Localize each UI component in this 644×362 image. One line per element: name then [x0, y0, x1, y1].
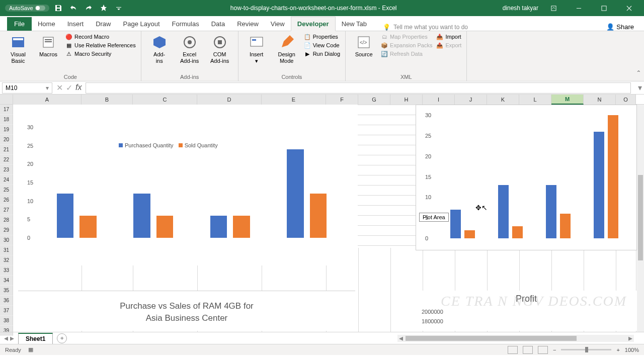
tab-insert[interactable]: Insert: [61, 17, 90, 31]
col-header-O[interactable]: O: [616, 95, 636, 105]
chart-purchase-sales[interactable]: Purchased Quantity Sold Quantity 0510152…: [18, 122, 355, 265]
zoom-level[interactable]: 100%: [625, 347, 639, 353]
zoom-slider[interactable]: [561, 349, 611, 350]
zoom-out-icon[interactable]: −: [553, 347, 556, 353]
name-box[interactable]: M10▾: [2, 82, 52, 94]
select-all-corner[interactable]: [0, 95, 13, 104]
col-header-M[interactable]: M: [551, 95, 584, 105]
save-icon[interactable]: [52, 2, 64, 14]
close-icon[interactable]: [619, 0, 639, 16]
undo-icon[interactable]: [67, 2, 79, 14]
chart-right-bars[interactable]: Plot Area ✥↖ 051015202530: [416, 105, 637, 250]
com-addins-button[interactable]: COM Add-ins: [207, 33, 233, 65]
tab-page-layout[interactable]: Page Layout: [117, 17, 166, 31]
col-header-F[interactable]: F: [326, 95, 358, 105]
row-header-24[interactable]: 24: [0, 175, 13, 185]
col-header-G[interactable]: G: [358, 95, 390, 105]
row-header-37[interactable]: 37: [0, 306, 13, 316]
col-header-A[interactable]: A: [13, 95, 82, 105]
row-header-27[interactable]: 27: [0, 205, 13, 215]
tab-review[interactable]: Review: [231, 17, 265, 31]
col-header-K[interactable]: K: [487, 95, 519, 105]
view-code-button[interactable]: 📄View Code: [304, 42, 340, 49]
row-header-23[interactable]: 23: [0, 165, 13, 175]
chevron-down-icon[interactable]: ▾: [46, 84, 49, 92]
row-header-34[interactable]: 34: [0, 276, 13, 286]
tab-home[interactable]: Home: [32, 17, 61, 31]
tab-data[interactable]: Data: [205, 17, 231, 31]
col-header-N[interactable]: N: [584, 95, 616, 105]
tab-file[interactable]: File: [7, 17, 32, 31]
row-header-36[interactable]: 36: [0, 296, 13, 306]
properties-button[interactable]: 📋Properties: [304, 33, 340, 40]
excel-addins-button[interactable]: Excel Add-ins: [177, 33, 203, 65]
expansion-packs-button[interactable]: 📦Expansion Packs: [381, 42, 432, 49]
fx-icon[interactable]: fx: [75, 83, 82, 93]
enter-formula-icon[interactable]: ✓: [66, 83, 72, 93]
row-header-21[interactable]: 21: [0, 145, 13, 155]
record-macro-button[interactable]: 🔴Record Macro: [65, 33, 136, 40]
tab-formulas[interactable]: Formulas: [166, 17, 205, 31]
col-header-E[interactable]: E: [262, 95, 326, 105]
row-header-25[interactable]: 25: [0, 185, 13, 195]
sheet-nav-prev-icon[interactable]: ◂: [4, 333, 8, 343]
row-header-31[interactable]: 31: [0, 245, 13, 255]
normal-view-icon[interactable]: [508, 346, 518, 354]
insert-control-button[interactable]: Insert▾: [244, 33, 270, 65]
horizontal-scrollbar[interactable]: ◂ ▸: [397, 335, 634, 342]
minimize-icon[interactable]: [569, 0, 589, 16]
row-header-32[interactable]: 32: [0, 255, 13, 265]
map-properties-button[interactable]: 🗂Map Properties: [381, 33, 432, 40]
addins-button[interactable]: Add- ins: [146, 33, 173, 65]
hscroll-left-icon[interactable]: ◂: [397, 333, 405, 343]
col-header-H[interactable]: H: [390, 95, 423, 105]
redo-icon[interactable]: [83, 2, 95, 14]
tab-developer[interactable]: Developer: [291, 17, 336, 31]
hscroll-right-icon[interactable]: ▸: [628, 333, 632, 343]
row-header-19[interactable]: 19: [0, 125, 13, 135]
row-header-20[interactable]: 20: [0, 135, 13, 145]
formula-input[interactable]: [86, 82, 631, 94]
tab-draw[interactable]: Draw: [90, 17, 117, 31]
user-name[interactable]: dinesh takyar: [503, 5, 538, 12]
ribbon-options-icon[interactable]: [543, 0, 564, 16]
sheet-nav-next-icon[interactable]: ▸: [10, 333, 14, 343]
chart-title-ram[interactable]: Purchase vs Sales of RAM 4GB for Asia Bu…: [18, 291, 355, 331]
worksheet-grid[interactable]: ABCDEFGHIJKLMNO 171819202122232425262728…: [0, 95, 644, 332]
qat-customize-icon[interactable]: [113, 2, 125, 14]
row-header-30[interactable]: 30: [0, 235, 13, 245]
zoom-in-icon[interactable]: +: [616, 347, 619, 353]
col-header-C[interactable]: C: [133, 95, 197, 105]
macros-button[interactable]: Macros: [35, 33, 61, 59]
row-header-35[interactable]: 35: [0, 286, 13, 296]
add-sheet-button[interactable]: +: [57, 333, 67, 343]
source-button[interactable]: </> Source: [351, 33, 377, 59]
refresh-data-button[interactable]: 🔄Refresh Data: [381, 50, 432, 57]
row-header-38[interactable]: 38: [0, 316, 13, 326]
run-dialog-button[interactable]: ▶Run Dialog: [304, 50, 340, 57]
macro-security-button[interactable]: ⚠Macro Security: [65, 50, 136, 57]
col-header-D[interactable]: D: [197, 95, 262, 105]
row-header-29[interactable]: 29: [0, 225, 13, 235]
col-header-J[interactable]: J: [455, 95, 487, 105]
row-header-26[interactable]: 26: [0, 195, 13, 205]
cancel-formula-icon[interactable]: ✕: [56, 83, 63, 93]
touch-mode-icon[interactable]: [98, 2, 110, 14]
import-button[interactable]: 📥Import: [436, 33, 461, 40]
page-break-view-icon[interactable]: [538, 346, 548, 354]
visual-basic-button[interactable]: Visual Basic: [5, 33, 31, 65]
row-header-28[interactable]: 28: [0, 215, 13, 225]
row-header-17[interactable]: 17: [0, 105, 13, 115]
col-header-I[interactable]: I: [423, 95, 455, 105]
tab-view[interactable]: View: [265, 17, 291, 31]
expand-formula-icon[interactable]: ▾: [638, 83, 644, 93]
export-button[interactable]: 📤Export: [436, 42, 461, 49]
share-button[interactable]: 👤 Share: [606, 23, 634, 31]
relative-refs-button[interactable]: ▦Use Relative References: [65, 42, 136, 49]
design-mode-button[interactable]: Design Mode: [274, 33, 300, 65]
collapse-ribbon-icon[interactable]: ˆ: [633, 68, 644, 81]
tab-newtab[interactable]: New Tab: [336, 17, 373, 31]
row-header-18[interactable]: 18: [0, 115, 13, 125]
vertical-scrollbar[interactable]: [637, 105, 644, 332]
col-header-B[interactable]: B: [82, 95, 133, 105]
